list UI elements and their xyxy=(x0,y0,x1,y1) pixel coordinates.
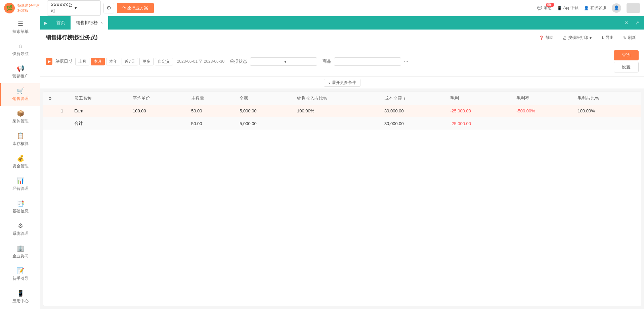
expand-button[interactable]: ∨ 展开更多条件 xyxy=(324,79,360,87)
date-btn-this-year[interactable]: 本年 xyxy=(106,58,120,65)
date-btn-this-month[interactable]: 本月 xyxy=(91,58,105,65)
print-button[interactable]: 🖨 按模板打印 ▾ xyxy=(560,34,594,42)
sidebar-item-operations[interactable]: 📊 经营管理 xyxy=(0,173,40,196)
help-button[interactable]: ❓ 帮助 xyxy=(536,34,556,42)
date-btn-more[interactable]: 更多 xyxy=(139,58,154,65)
filter-toggle-icon[interactable]: ▶ xyxy=(46,58,52,65)
print-chevron-icon: ▾ xyxy=(590,36,592,40)
inventory-icon: 📋 xyxy=(17,132,24,140)
logo-icon: 🌿 xyxy=(4,3,15,13)
sidebar: ☰ 搜索菜单 ⌂ 快捷导航 📢 营销推广 🛒 销售管理 📦 采购管理 📋 库存核… xyxy=(0,16,40,309)
sidebar-item-search[interactable]: ☰ 搜索菜单 xyxy=(0,16,40,39)
date-btn-7days[interactable]: 近7天 xyxy=(122,58,138,65)
sidebar-item-basicinfo[interactable]: 📑 基础信息 xyxy=(0,196,40,218)
export-button[interactable]: ⬇ 导出 xyxy=(598,34,616,42)
sales-icon: 🛒 xyxy=(17,87,24,95)
cell-salespct: 100.00% xyxy=(293,105,380,117)
window-close-icon[interactable]: ✕ xyxy=(622,19,631,27)
sidebar-item-quicknav[interactable]: ⌂ 快捷导航 xyxy=(0,39,40,61)
date-filter: ▶ 单据日期 上月 本月 本年 近7天 更多 自定义 2023-06-01 至 … xyxy=(46,58,224,65)
search-order-icon: ☰ xyxy=(18,20,23,28)
basicinfo-icon: 📑 xyxy=(17,200,24,207)
query-button[interactable]: 查询 xyxy=(614,50,639,60)
cell-grosspct: 100.00% xyxy=(573,105,641,117)
cell-gross: -25,000.00 xyxy=(446,105,512,117)
message-icon: 💬 xyxy=(537,6,542,10)
finance-icon: 💰 xyxy=(17,155,24,162)
filter-area: ▶ 单据日期 上月 本月 本年 近7天 更多 自定义 2023-06-01 至 … xyxy=(40,46,644,77)
tab-sales-ranking[interactable]: 销售排行榜 × xyxy=(71,16,108,30)
cell-settings xyxy=(43,105,57,117)
purchase-icon: 📦 xyxy=(17,110,24,117)
col-salespct: 销售收入占比% xyxy=(293,92,380,105)
sidebar-item-system[interactable]: ⚙ 系统管理 xyxy=(0,218,40,241)
user-name-display xyxy=(627,3,640,13)
logo-area: 🌿 畅康通好生意 标准版 xyxy=(4,3,44,13)
goods-filter: 商品 ··· xyxy=(323,57,408,66)
status-filter: 单据状态 ▾ xyxy=(230,57,317,66)
settings-button[interactable]: ⚙ xyxy=(103,3,114,13)
refresh-button[interactable]: ↻ 刷新 xyxy=(620,34,639,42)
avatar[interactable]: 👤 xyxy=(612,3,621,13)
main-layout: ☰ 搜索菜单 ⌂ 快捷导航 📢 营销推广 🛒 销售管理 📦 采购管理 📋 库存核… xyxy=(0,16,644,309)
table-header-row: ⚙ 员工名称 平均单价 主数量 全额 销售收入占比% 成本全额 ℹ 毛利 xyxy=(43,92,641,105)
cell-cost: 30,000.00 xyxy=(380,105,446,117)
chevron-down-icon: ▾ xyxy=(75,5,97,10)
footer-gross: -25,000.00 xyxy=(446,117,512,130)
status-chevron-icon: ▾ xyxy=(284,59,314,64)
col-avgprice: 平均单价 xyxy=(129,92,187,105)
table-area: ⚙ 员工名称 平均单价 主数量 全额 销售收入占比% 成本全额 ℹ 毛利 xyxy=(43,92,641,306)
goods-label: 商品 xyxy=(323,58,331,64)
online-service-button[interactable]: 👤 在线客服 xyxy=(584,5,606,11)
cell-grossrate: -500.00% xyxy=(512,105,573,117)
tab-close-icon[interactable]: × xyxy=(100,20,103,25)
date-buttons: 上月 本月 本年 近7天 更多 自定义 xyxy=(75,58,173,65)
export-icon: ⬇ xyxy=(601,36,604,40)
message-badge: 99+ xyxy=(546,3,554,7)
col-grosspct: 毛利占比% xyxy=(573,92,641,105)
col-gross: 毛利 xyxy=(446,92,512,105)
date-btn-last-month[interactable]: 上月 xyxy=(75,58,89,65)
sidebar-item-enterprise[interactable]: 🏢 企业协同 xyxy=(0,241,40,263)
status-select[interactable]: ▾ xyxy=(250,57,317,66)
col-mainqty: 主数量 xyxy=(187,92,235,105)
footer-label: 合计 xyxy=(70,117,129,130)
col-index xyxy=(57,92,70,105)
sidebar-item-finance[interactable]: 💰 资金管理 xyxy=(0,151,40,173)
col-amount: 全额 xyxy=(235,92,293,105)
tab-home[interactable]: 首页 xyxy=(51,16,71,30)
goods-input[interactable] xyxy=(334,57,401,66)
page-header: 销售排行榜(按业务员) ❓ 帮助 🖨 按模板打印 ▾ ⬇ 导出 xyxy=(40,30,644,46)
goods-more-icon[interactable]: ··· xyxy=(404,58,408,64)
sidebar-item-appcenter[interactable]: 📱 应用中心 xyxy=(0,286,40,308)
sidebar-item-sales[interactable]: 🛒 销售管理 xyxy=(0,83,40,106)
nav-arrow-icon[interactable]: ▶ xyxy=(40,16,51,30)
col-settings[interactable]: ⚙ xyxy=(43,92,57,105)
window-maximize-icon[interactable]: ⤢ xyxy=(633,19,641,27)
date-range: 2023-06-01 至 2023-06-30 xyxy=(177,59,224,64)
cost-info-icon: ℹ xyxy=(404,96,405,100)
refresh-icon: ↻ xyxy=(623,36,627,40)
sidebar-item-purchase[interactable]: 📦 采购管理 xyxy=(0,106,40,128)
company-selector[interactable]: XXXXXX公司 ▾ xyxy=(47,0,101,16)
status-label: 单据状态 xyxy=(230,58,247,64)
service-icon: 👤 xyxy=(584,6,589,10)
expand-row: ∨ 展开更多条件 xyxy=(40,77,644,89)
app-download-button[interactable]: 📱 App下载 xyxy=(557,5,578,11)
footer-amount: 5,000.00 xyxy=(235,117,293,130)
table-footer-row: 合计 50.00 5,000.00 30,000.00 -25,000.00 xyxy=(43,117,641,130)
page-settings-button[interactable]: 设置 xyxy=(614,62,639,72)
message-button[interactable]: 💬 消息 99+ xyxy=(537,5,552,11)
sidebar-item-inventory[interactable]: 📋 库存核算 xyxy=(0,128,40,151)
query-settings-buttons: 查询 设置 xyxy=(614,50,639,72)
ranking-table: ⚙ 员工名称 平均单价 主数量 全额 销售收入占比% 成本全额 ℹ 毛利 xyxy=(43,92,641,130)
date-btn-custom[interactable]: 自定义 xyxy=(155,58,173,65)
cell-avgprice: 100.00 xyxy=(129,105,187,117)
cell-name: Eam xyxy=(70,105,129,117)
print-icon: 🖨 xyxy=(563,36,567,40)
sidebar-item-guide[interactable]: 📝 新手引导 xyxy=(0,263,40,286)
cell-index: 1 xyxy=(57,105,70,117)
trial-button[interactable]: 体验行业方案 xyxy=(117,3,154,13)
page-content: 销售排行榜(按业务员) ❓ 帮助 🖨 按模板打印 ▾ ⬇ 导出 xyxy=(40,30,644,309)
sidebar-item-marketing[interactable]: 📢 营销推广 xyxy=(0,61,40,83)
